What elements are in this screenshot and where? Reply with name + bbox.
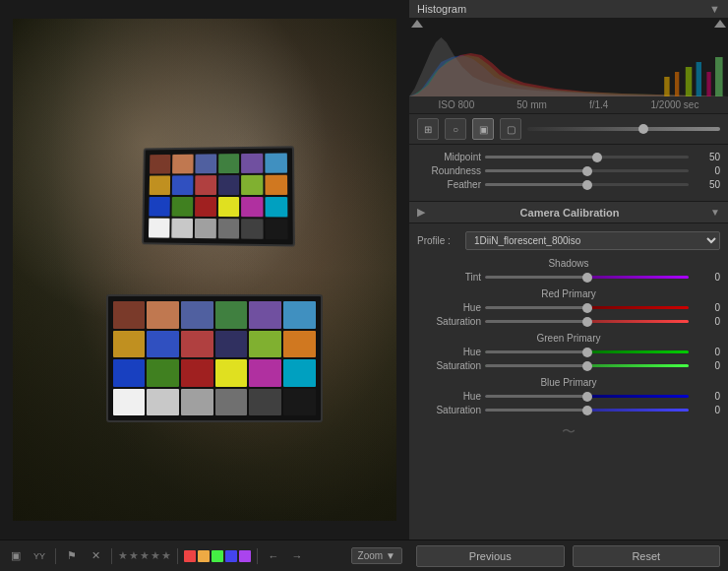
red-hue-track[interactable] bbox=[485, 306, 689, 309]
photo-panel bbox=[0, 0, 408, 539]
shadows-tint-track[interactable] bbox=[485, 276, 689, 279]
view-icon[interactable]: ▣ bbox=[6, 546, 26, 566]
blue-label[interactable] bbox=[225, 550, 237, 562]
photo-background bbox=[13, 19, 396, 521]
square-tool[interactable]: ▢ bbox=[500, 118, 521, 140]
feather-value: 50 bbox=[693, 179, 720, 190]
color-cell bbox=[265, 219, 287, 239]
green-hue-track[interactable] bbox=[485, 350, 689, 353]
color-cell bbox=[147, 359, 179, 387]
star-3[interactable]: ★ bbox=[140, 549, 150, 562]
midpoint-label: Midpoint bbox=[417, 152, 481, 162]
color-cell bbox=[181, 389, 213, 416]
profile-select[interactable]: 1DiiN_florescent_800iso bbox=[465, 231, 720, 250]
zoom-button[interactable]: Zoom ▼ bbox=[351, 547, 402, 564]
blue-sat-label: Saturation bbox=[417, 405, 481, 415]
arrow-left[interactable]: ← bbox=[264, 546, 283, 566]
red-label[interactable] bbox=[184, 550, 196, 562]
color-cell bbox=[113, 359, 146, 387]
green-primary-title: Green Primary bbox=[417, 333, 720, 344]
green-label[interactable] bbox=[212, 550, 223, 562]
content-row: Histogram ▼ bbox=[0, 0, 728, 539]
color-cell bbox=[195, 154, 216, 173]
red-sat-row: Saturation 0 bbox=[417, 316, 720, 327]
zoom-chevron: ▼ bbox=[386, 550, 395, 561]
roundness-track[interactable] bbox=[485, 169, 689, 172]
flag-icon[interactable]: ⚑ bbox=[62, 546, 82, 566]
star-1[interactable]: ★ bbox=[118, 549, 128, 562]
reject-icon[interactable]: ✕ bbox=[86, 546, 105, 566]
red-sat-track[interactable] bbox=[485, 320, 689, 323]
histogram-header: Histogram ▼ bbox=[409, 0, 728, 18]
tools-row: ⊞ ○ ▣ ▢ bbox=[409, 114, 728, 145]
reset-button[interactable]: Reset bbox=[573, 545, 721, 567]
roundness-value: 0 bbox=[693, 165, 720, 176]
meta-aperture: f/1.4 bbox=[589, 99, 608, 110]
color-cell bbox=[265, 197, 287, 217]
separator-2 bbox=[111, 548, 112, 564]
blue-hue-track[interactable] bbox=[485, 395, 689, 398]
feather-row: Feather 50 bbox=[417, 179, 720, 190]
previous-button[interactable]: Previous bbox=[416, 545, 565, 567]
star-4[interactable]: ★ bbox=[151, 549, 160, 562]
bottom-row: ▣ YY ⚑ ✕ ★ ★ ★ ★ ★ ← → bbox=[0, 539, 728, 571]
arrow-right[interactable]: → bbox=[287, 546, 307, 566]
shadows-title: Shadows bbox=[417, 258, 720, 269]
histogram-meta: ISO 800 50 mm f/1.4 1/2000 sec bbox=[409, 96, 728, 113]
color-cell bbox=[249, 331, 281, 358]
histogram-svg bbox=[409, 18, 728, 96]
color-cell bbox=[113, 331, 146, 358]
blue-hue-value: 0 bbox=[693, 391, 720, 402]
blue-hue-row: Hue 0 bbox=[417, 391, 720, 402]
circle-tool[interactable]: ○ bbox=[445, 118, 466, 140]
color-cell bbox=[217, 219, 239, 238]
green-hue-value: 0 bbox=[693, 347, 720, 357]
calibration-title: Camera Calibration bbox=[520, 207, 620, 219]
histogram-right-triangle bbox=[714, 20, 726, 28]
color-cell bbox=[217, 175, 239, 195]
blue-sat-row: Saturation 0 bbox=[417, 405, 720, 415]
calibration-body: Profile : 1DiiN_florescent_800iso Shadow… bbox=[409, 223, 728, 445]
blue-sat-value: 0 bbox=[693, 405, 720, 415]
color-cell bbox=[171, 219, 193, 238]
color-cell bbox=[194, 175, 215, 195]
feather-track[interactable] bbox=[485, 183, 689, 186]
app-container: Histogram ▼ bbox=[0, 0, 728, 571]
midpoint-track[interactable] bbox=[485, 156, 689, 159]
svg-rect-4 bbox=[697, 62, 701, 96]
green-sat-label: Saturation bbox=[417, 360, 481, 371]
green-sat-value: 0 bbox=[693, 360, 720, 371]
bottom-left-toolbar: ▣ YY ⚑ ✕ ★ ★ ★ ★ ★ ← → bbox=[0, 539, 408, 571]
calibration-toggle: ▼ bbox=[710, 207, 720, 218]
grid-tool[interactable]: ⊞ bbox=[417, 118, 439, 140]
meta-iso: ISO 800 bbox=[439, 99, 475, 110]
color-cell bbox=[241, 154, 263, 173]
meta-focal: 50 mm bbox=[516, 99, 547, 110]
histogram-title: Histogram bbox=[417, 3, 466, 15]
red-sat-value: 0 bbox=[693, 316, 720, 327]
purple-label[interactable] bbox=[239, 550, 251, 562]
blue-sat-track[interactable] bbox=[485, 409, 689, 412]
roundness-row: Roundness 0 bbox=[417, 165, 720, 176]
color-cell bbox=[113, 301, 146, 329]
calibration-header[interactable]: ▶ Camera Calibration ▼ bbox=[409, 202, 728, 223]
color-cell bbox=[249, 359, 281, 387]
separator-4 bbox=[257, 548, 258, 564]
red-primary-title: Red Primary bbox=[417, 288, 720, 299]
right-panel: Histogram ▼ bbox=[408, 0, 728, 539]
star-5[interactable]: ★ bbox=[161, 549, 171, 562]
green-sat-track[interactable] bbox=[485, 364, 689, 367]
yy-label[interactable]: YY bbox=[30, 546, 49, 566]
star-2[interactable]: ★ bbox=[129, 549, 139, 562]
meta-shutter: 1/2000 sec bbox=[651, 99, 699, 110]
color-cell bbox=[171, 155, 192, 174]
color-cell bbox=[113, 389, 146, 416]
yellow-label[interactable] bbox=[198, 550, 210, 562]
tool-slider[interactable] bbox=[527, 127, 720, 131]
shadows-tint-row: Tint 0 bbox=[417, 272, 720, 283]
color-cell bbox=[181, 359, 213, 387]
star-rating[interactable]: ★ ★ ★ ★ ★ bbox=[118, 549, 171, 562]
rect-tool[interactable]: ▣ bbox=[472, 118, 494, 140]
red-sat-label: Saturation bbox=[417, 316, 481, 327]
profile-row: Profile : 1DiiN_florescent_800iso bbox=[417, 231, 720, 250]
